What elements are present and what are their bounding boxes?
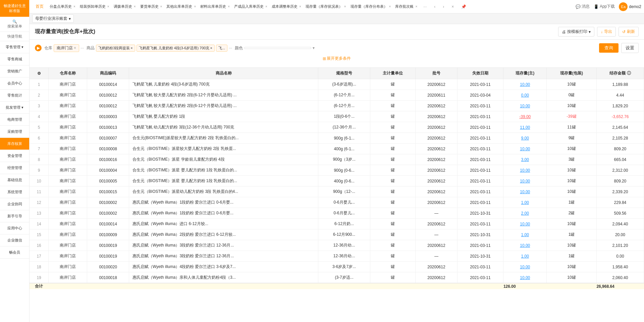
cell-16-9: 1罐: [547, 251, 597, 262]
product-tag-close-0[interactable]: ×: [130, 46, 132, 50]
sidebar-item-wechat[interactable]: 企业微信: [0, 234, 29, 247]
cell-14-8[interactable]: 1.00: [503, 229, 547, 240]
warehouse-tag-close[interactable]: ×: [74, 46, 76, 50]
tab-close-1[interactable]: ×: [107, 5, 109, 8]
cell-17-8[interactable]: 10.00: [503, 262, 547, 272]
app-download-btn[interactable]: 📱 App下载: [594, 4, 615, 9]
nav-tab-0[interactable]: 分盘点单历史 ×: [48, 3, 77, 10]
product-tag-close-1[interactable]: ×: [210, 46, 212, 50]
sidebar-item-system[interactable]: 系统管理: [0, 186, 29, 198]
tab-close-3[interactable]: ×: [160, 5, 162, 8]
sidebar-item-marketing[interactable]: 营销推广: [0, 65, 29, 77]
product-tag-1[interactable]: 飞鹤星飞帆 儿童奶粉 4段(3-6岁适用) 700克×: [137, 45, 215, 52]
refresh-button[interactable]: ↺ 刷新: [619, 27, 639, 37]
cell-0-8[interactable]: 10.00: [503, 79, 547, 90]
sidebar-item-basic[interactable]: 基础信息: [0, 174, 29, 186]
nav-tab-9[interactable]: 现存量（库存分布表） ×: [348, 3, 393, 10]
cell-11-8[interactable]: 1.00: [503, 197, 547, 208]
tab-close-0[interactable]: ×: [73, 5, 75, 8]
cell-18-9: 10罐: [547, 272, 597, 283]
sidebar-item-finance[interactable]: 资金管理: [0, 150, 29, 162]
cell-1-8[interactable]: 0.00: [503, 90, 547, 101]
expand-more-btn[interactable]: ⊞ 展开更多条件: [323, 56, 351, 61]
nav-pin[interactable]: 📌: [458, 3, 470, 10]
cell-18-8[interactable]: 10.00: [503, 272, 547, 283]
sidebar-item-enterprise[interactable]: 企业协同: [0, 198, 29, 210]
product-more[interactable]: ···: [229, 46, 232, 50]
filter-expand-arrow[interactable]: ▶: [35, 45, 42, 51]
nav-tab-1[interactable]: 组装拆卸单历史 ×: [78, 3, 111, 10]
sidebar-item-purchase[interactable]: 采购管理: [0, 126, 29, 138]
cell-8-8[interactable]: 10.00: [503, 165, 547, 176]
tab-close-5[interactable]: ×: [228, 5, 230, 8]
search-button[interactable]: 查询: [599, 43, 619, 53]
nav-next[interactable]: ›: [439, 3, 447, 10]
cell-15-1: 南岸门店: [49, 240, 87, 251]
settings-button[interactable]: 设置: [621, 43, 639, 53]
tab-close-2[interactable]: ×: [134, 5, 136, 8]
nav-tab-4[interactable]: 其他出库单历史 ×: [164, 3, 198, 10]
tab-close-10[interactable]: ×: [415, 5, 417, 8]
tab-close-6[interactable]: ×: [265, 5, 267, 8]
sidebar-item-stats[interactable]: 零售统计: [0, 90, 29, 102]
nav-tab-5[interactable]: 材料出库单历史 ×: [198, 3, 232, 10]
color-input[interactable]: [244, 47, 311, 49]
expand-icon: ⊞: [323, 56, 326, 61]
cell-15-6: 20200612: [416, 240, 457, 251]
cell-6-8[interactable]: 10.00: [503, 144, 547, 154]
cell-7-8[interactable]: 3.00: [503, 154, 547, 165]
cell-16-2: 00100019: [87, 251, 129, 262]
nav-tab-10[interactable]: 库存批次账 ×: [393, 3, 419, 10]
sidebar-item-operation[interactable]: 经营管理: [0, 162, 29, 174]
nav-tab-6[interactable]: 产成品入库单历史 ×: [232, 3, 269, 10]
product-tag-2[interactable]: 飞...: [216, 45, 227, 52]
cell-15-4: 12-36月幼...: [318, 240, 370, 251]
tab-close-7[interactable]: ×: [299, 5, 301, 8]
sidebar-item-member2[interactable]: 畅会员: [0, 247, 29, 259]
nav-tab-3[interactable]: 要货单历史 ×: [138, 3, 164, 10]
nav-prev[interactable]: ‹: [431, 3, 439, 10]
sidebar-shortcut[interactable]: 快捷导航: [0, 32, 29, 41]
sidebar-item-ecommerce[interactable]: 电商管理: [0, 114, 29, 126]
sidebar-item-guide[interactable]: 新手引导: [0, 210, 29, 222]
warehouse-more[interactable]: ···: [80, 46, 84, 50]
settings-icon[interactable]: ⚙: [37, 71, 41, 76]
product-tag-0[interactable]: 飞鹤奶粉3段两提装×: [96, 45, 135, 52]
sidebar-item-appcenter[interactable]: 应用中心: [0, 222, 29, 234]
color-dropdown-arrow[interactable]: ▾: [313, 46, 315, 50]
tab-close-4[interactable]: ×: [194, 5, 196, 8]
cell-9-5: 罐: [370, 176, 415, 186]
cell-9-8[interactable]: 10.00: [503, 176, 547, 186]
cell-3-8[interactable]: -39.00: [503, 111, 547, 122]
account-selector[interactable]: 母婴行业演示账套 ▾: [32, 14, 74, 23]
export-button[interactable]: ↓ 导出: [597, 27, 616, 37]
cell-15-8[interactable]: 10.00: [503, 240, 547, 251]
tab-close-9[interactable]: ×: [389, 5, 391, 8]
nav-tab-8[interactable]: 现存量（库存状况表） ×: [304, 3, 348, 10]
cell-2-8[interactable]: 10.00: [503, 101, 547, 111]
user-menu[interactable]: Ea demo2: [619, 2, 641, 11]
cell-16-8[interactable]: 1.00: [503, 251, 547, 262]
cell-12-8[interactable]: 2.00: [503, 208, 547, 219]
nav-tab-7[interactable]: 成本调整单历史 ×: [270, 3, 303, 10]
sidebar-search[interactable]: 🔍 搜索菜单: [0, 17, 29, 32]
tab-close-8[interactable]: ×: [344, 5, 346, 8]
sidebar-item-wholesale[interactable]: 批发管理 ▾: [0, 102, 29, 114]
sidebar-item-retail[interactable]: 零售管理 ▾: [0, 41, 29, 53]
nav-close-all[interactable]: ×: [448, 3, 457, 10]
sidebar-item-mall[interactable]: 零售商城: [0, 53, 29, 65]
table-row: 17南岸门店00100019惠氏启赋（Wyeth illuma）3段奶粉 爱尔兰…: [30, 251, 644, 262]
nav-home[interactable]: 首页: [32, 2, 47, 11]
nav-more[interactable]: ···: [420, 3, 430, 10]
cell-13-8[interactable]: 10.00: [503, 219, 547, 229]
table-row: 7南岸门店00100008合生元（BIOSTIME）派星较大婴儿配方奶粉 2段 …: [30, 144, 644, 154]
cell-5-8[interactable]: 9.00: [503, 133, 547, 144]
print-button[interactable]: 🖨 按模板打印 ▾: [558, 27, 594, 37]
sidebar-item-inventory[interactable]: 库存核算: [0, 138, 29, 150]
sidebar-item-member[interactable]: 会员中心: [0, 77, 29, 90]
cell-4-8[interactable]: 11.00: [503, 122, 547, 133]
nav-tab-2[interactable]: 调拨单历史 ×: [112, 3, 138, 10]
message-btn[interactable]: 💬 消息: [576, 4, 590, 9]
cell-10-8[interactable]: 10.00: [503, 186, 547, 197]
warehouse-tag[interactable]: 南岸门店 ×: [54, 44, 79, 52]
